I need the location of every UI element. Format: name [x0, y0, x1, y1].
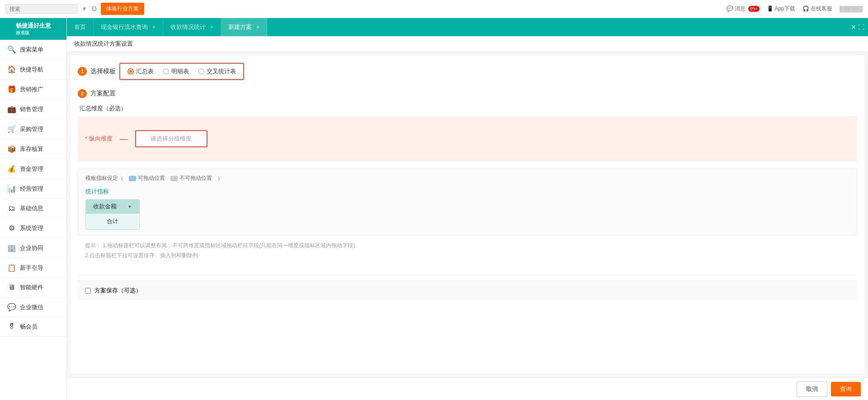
tip-1: 提示： 1.拖动标题栏可以调整布局，不可跨维度或指标区域拖动栏目字段(只能在同一…	[85, 241, 850, 251]
page-content: 收款情况统计方案设置 1 选择模板 汇总表	[67, 36, 868, 377]
industry-button[interactable]: 体验行业方案	[101, 3, 144, 15]
tab-new-plan[interactable]: 新建方案 ×	[221, 18, 267, 36]
dimension-section-title: 汇总维度（必选）	[78, 104, 857, 113]
purchase-icon: 🛒	[7, 125, 16, 133]
sidebar-item-inventory[interactable]: 📦 库存核算	[0, 139, 66, 159]
system-icon: ⚙	[7, 224, 16, 232]
tab-new-plan-close[interactable]: ×	[256, 24, 259, 30]
sidebar-item-search-menu[interactable]: 🔍 搜索菜单	[0, 40, 66, 60]
sidebar-item-system[interactable]: ⚙ 系统管理	[0, 218, 66, 238]
save-divider	[78, 275, 857, 275]
search-menu-icon: 🔍	[7, 45, 16, 54]
sidebar-label-operations: 经营管理	[20, 185, 43, 193]
sidebar: 畅捷通好生意 标准版 🔍 搜索菜单 🏠 快捷导航 🎁 营销推广 💼 销售管理 🛒…	[0, 18, 67, 400]
tab-collection-stat-label: 收款情况统计	[170, 23, 206, 31]
sidebar-label-guide: 新手引导	[20, 264, 43, 272]
radio-summary[interactable]: 汇总表	[127, 67, 154, 75]
tip-2: 2.点击标题栏下拉可设置排序、插入列和删除列	[85, 251, 850, 261]
non-draggable-icon	[170, 176, 178, 181]
sidebar-item-company-coop[interactable]: 🏢 企业协同	[0, 238, 66, 258]
metrics-header-label: 收款金额	[93, 202, 117, 211]
metrics-table-row: 合计	[86, 213, 139, 229]
top-bar-left: ▼ ⚙ 体验行业方案	[5, 3, 144, 15]
sidebar-label-search-menu: 搜索菜单	[20, 46, 43, 54]
metrics-config-label: 模板指标设定（	[85, 174, 123, 182]
guide-icon: 📋	[7, 264, 16, 272]
tab-home-label: 首页	[74, 23, 86, 31]
app-download[interactable]: 📱 App下载	[767, 5, 795, 13]
radio-cross[interactable]: 交叉统计表	[198, 67, 236, 75]
step1-title: 选择模板	[90, 67, 116, 75]
dimension-area: 纵向维度 — 请选择分组维度	[78, 116, 857, 161]
sidebar-item-sales[interactable]: 💼 销售管理	[0, 99, 66, 119]
sidebar-label-purchase: 采购管理	[20, 125, 43, 133]
smart-hw-icon: 🖥	[7, 283, 16, 292]
user-name[interactable]: ██████	[840, 6, 863, 12]
step2-section: 2 方案配置 汇总维度（必选） 纵向维度 —	[78, 89, 857, 266]
sidebar-item-operations[interactable]: 📊 经营管理	[0, 179, 66, 199]
tab-bar: 首页 现金银行流水查询 × 收款情况统计 × 新建方案 × ✕ ⛶	[67, 18, 868, 36]
query-button[interactable]: 查询	[831, 382, 861, 396]
tab-collection-stat[interactable]: 收款情况统计 ×	[163, 18, 221, 36]
metrics-section: 模板指标设定（ 可拖动位置 不可拖动位置 ） 统计指标	[78, 169, 857, 235]
row-dimension-label: 纵向维度	[85, 135, 113, 143]
metrics-table-header[interactable]: 收款金额 ▼	[86, 200, 139, 213]
step2-badge: 2	[78, 89, 87, 98]
tab-expand-icon[interactable]: ⛶	[858, 24, 864, 31]
sidebar-item-marketing[interactable]: 🎁 营销推广	[0, 80, 66, 99]
save-label: 方案保存（可选）	[94, 287, 142, 295]
metrics-close-paren: ）	[217, 174, 223, 182]
metrics-group-label: 统计指标	[85, 188, 849, 196]
tab-collection-stat-close[interactable]: ×	[210, 24, 213, 30]
gear-icon[interactable]: ⚙	[91, 5, 97, 13]
cancel-button[interactable]: 取消	[797, 381, 827, 397]
sidebar-label-inventory: 库存核算	[20, 145, 43, 153]
content-area: 首页 现金银行流水查询 × 收款情况统计 × 新建方案 × ✕ ⛶ 收	[67, 18, 868, 400]
non-draggable-indicator: 不可拖动位置	[170, 174, 212, 182]
wechat-icon: 💬	[7, 303, 16, 311]
search-input[interactable]	[5, 4, 78, 14]
sidebar-label-smart-hw: 智能硬件	[20, 283, 43, 292]
notification-label: 消息	[735, 5, 745, 12]
sidebar-item-smart-hw[interactable]: 🖥 智能硬件	[0, 278, 66, 297]
step2-header: 2 方案配置	[78, 89, 857, 98]
top-bar-right: 💬 消息 99+ 📱 App下载 🎧 在线客服 ██████	[726, 5, 863, 13]
quick-nav-icon: 🏠	[7, 65, 16, 74]
sidebar-item-member[interactable]: 🎖 畅会员	[0, 317, 66, 337]
sidebar-label-sales: 销售管理	[20, 105, 43, 113]
dimension-select[interactable]: 请选择分组维度	[135, 130, 208, 147]
sidebar-item-guide[interactable]: 📋 新手引导	[0, 258, 66, 278]
radio-cross-circle	[198, 68, 204, 75]
tab-home[interactable]: 首页	[67, 18, 94, 36]
sidebar-item-finance[interactable]: 💰 资金管理	[0, 159, 66, 179]
dimension-arrow: —	[120, 134, 128, 144]
notification-area[interactable]: 💬 消息 99+	[726, 5, 760, 13]
save-checkbox[interactable]	[85, 288, 91, 294]
action-bar: 取消 查询	[67, 377, 868, 400]
sales-icon: 💼	[7, 105, 16, 113]
top-bar: ▼ ⚙ 体验行业方案 💬 消息 99+ 📱 App下载 🎧 在线客服 █████…	[0, 0, 868, 18]
logo-sub: 标准版	[16, 30, 51, 36]
sidebar-logo: 畅捷通好生意 标准版	[0, 18, 66, 40]
notification-badge: 99+	[748, 6, 760, 12]
tab-bank-flow-close[interactable]: ×	[152, 24, 156, 30]
metrics-header: 模板指标设定（ 可拖动位置 不可拖动位置 ）	[85, 174, 849, 182]
step1-section: 1 选择模板 汇总表 明细表	[78, 63, 857, 80]
sidebar-label-wechat: 企业微信	[20, 303, 43, 311]
sidebar-item-wechat[interactable]: 💬 企业微信	[0, 297, 66, 317]
online-service[interactable]: 🎧 在线客服	[802, 5, 832, 13]
sidebar-label-marketing: 营销推广	[20, 85, 43, 94]
radio-detail-circle	[163, 68, 169, 75]
radio-summary-label: 汇总表	[136, 67, 154, 75]
metrics-chevron-icon[interactable]: ▼	[127, 204, 132, 209]
tab-bank-flow[interactable]: 现金银行流水查询 ×	[94, 18, 163, 36]
radio-cross-label: 交叉统计表	[207, 67, 236, 75]
basic-info-icon: 🗂	[7, 204, 16, 212]
sidebar-item-basic-info[interactable]: 🗂 基础信息	[0, 199, 66, 218]
sidebar-item-purchase[interactable]: 🛒 采购管理	[0, 119, 66, 139]
inventory-icon: 📦	[7, 145, 16, 153]
tab-close-all-icon[interactable]: ✕	[851, 24, 856, 31]
dropdown-icon[interactable]: ▼	[81, 5, 87, 12]
sidebar-item-quick-nav[interactable]: 🏠 快捷导航	[0, 60, 66, 80]
radio-detail[interactable]: 明细表	[163, 67, 189, 75]
